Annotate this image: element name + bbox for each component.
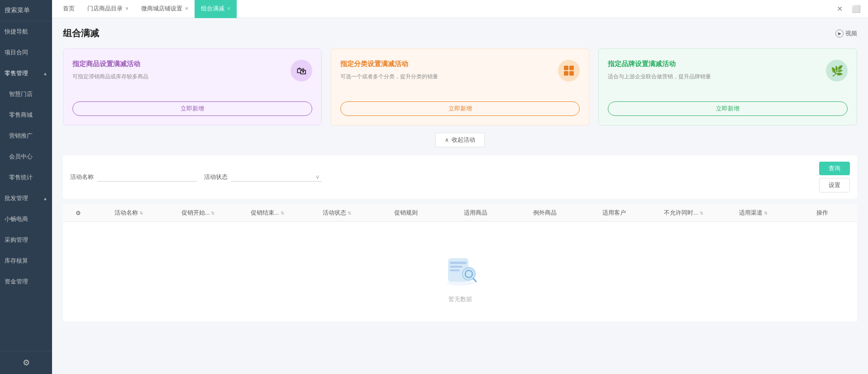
th-适用商品: 适用商品 — [441, 209, 510, 217]
svg-rect-6 — [569, 71, 574, 76]
chevron-up-icon: ∧ — [445, 137, 449, 143]
card-brand-icon: 🌿 — [826, 60, 848, 85]
card-category-add-button[interactable]: 立即新增 — [340, 101, 580, 116]
sidebar-search[interactable]: 搜索菜单 — [0, 0, 52, 21]
sort-icon: ⇅ — [211, 211, 215, 216]
card-product-title: 指定商品设置满减活动 — [72, 60, 312, 68]
video-link[interactable]: ▶ 视频 — [835, 29, 857, 38]
search-status-field: 活动状态 ∨ — [204, 173, 322, 182]
card-brand-title: 指定品牌设置满减活动 — [608, 60, 848, 68]
sidebar-settings[interactable]: ⚙ — [0, 351, 52, 374]
window-maximize-button[interactable]: ⬜ — [849, 4, 863, 14]
svg-text:🛍: 🛍 — [296, 65, 306, 77]
card-category: 指定分类设置满减活动 可选一个或者多个分类，提升分类的销量 立即新增 — [331, 48, 590, 125]
sidebar-item-营销推广[interactable]: 营销推广 — [0, 125, 52, 146]
tab-门店商品目录[interactable]: 门店商品目录 × — [81, 0, 135, 18]
svg-rect-13 — [450, 269, 460, 271]
setting-button[interactable]: 设置 — [819, 178, 850, 192]
play-icon: ▶ — [835, 29, 844, 38]
tab-组合满减[interactable]: 组合满减 × — [195, 0, 237, 18]
tab-close-组合满减[interactable]: × — [227, 5, 230, 12]
th-不允许同时[interactable]: 不允许同时... ⇅ — [649, 209, 718, 217]
svg-rect-3 — [564, 66, 568, 70]
search-actions: 查询 设置 — [819, 162, 850, 192]
card-product: 指定商品设置满减活动 🛍 可指定滞销商品或库存较多商品 立即新增 — [63, 48, 322, 125]
sidebar: 搜索菜单 快捷导航 项目合同 零售管理 ▲ 智慧门店 零售商城 营销推广 会员中… — [0, 0, 52, 374]
tab-close-微商城店铺设置[interactable]: × — [185, 5, 188, 12]
sidebar-item-批发管理[interactable]: 批发管理 ▲ — [0, 188, 52, 209]
window-close-button[interactable]: ✕ — [834, 4, 845, 14]
search-bar: 活动名称 活动状态 ∨ 查询 设置 — [63, 155, 857, 199]
th-活动状态[interactable]: 活动状态 ⇅ — [302, 209, 371, 217]
content-area: 组合满减 ▶ 视频 指定商品设置满减活动 🛍 可指定滞销商品或库存较多商品 立即… — [52, 18, 868, 374]
card-category-icon — [558, 60, 580, 85]
th-适用客户: 适用客户 — [580, 209, 649, 217]
sidebar-item-资金管理[interactable]: 资金管理 — [0, 271, 52, 292]
sidebar-item-零售统计[interactable]: 零售统计 — [0, 167, 52, 188]
card-category-desc: 可选一个或者多个分类，提升分类的销量 — [340, 73, 580, 94]
svg-rect-12 — [450, 266, 463, 268]
search-name-field: 活动名称 — [70, 173, 197, 182]
page-header: 组合满减 ▶ 视频 — [63, 27, 857, 39]
tabs-right-controls: ✕ ⬜ — [834, 4, 863, 14]
card-brand: 指定品牌设置满减活动 🌿 适合与上游企业联合做营销，提升品牌销量 立即新增 — [598, 48, 857, 125]
th-gear[interactable]: ⚙ — [63, 210, 94, 216]
svg-rect-5 — [564, 71, 568, 76]
chevron-up-icon: ▲ — [43, 71, 48, 76]
main-area: 首页 门店商品目录 × 微商城店铺设置 × 组合满减 × ✕ ⬜ 组合满减 ▶ … — [52, 0, 868, 374]
tab-微商城店铺设置[interactable]: 微商城店铺设置 × — [135, 0, 195, 18]
table-header: ⚙ 活动名称 ⇅ 促销开始... ⇅ 促销结束... ⇅ 活动状态 ⇅ — [63, 204, 857, 222]
query-button[interactable]: 查询 — [819, 162, 850, 175]
sidebar-item-采购管理[interactable]: 采购管理 — [0, 230, 52, 250]
card-product-add-button[interactable]: 立即新增 — [72, 101, 312, 116]
th-促销规则: 促销规则 — [372, 209, 441, 217]
svg-rect-11 — [450, 262, 467, 264]
sidebar-item-会员中心[interactable]: 会员中心 — [0, 146, 52, 167]
chevron-down-icon: ▲ — [43, 196, 48, 201]
th-促销开始[interactable]: 促销开始... ⇅ — [163, 209, 233, 217]
chevron-down-icon: ∨ — [315, 173, 320, 180]
sort-icon: ⇅ — [281, 211, 284, 216]
card-category-title: 指定分类设置满减活动 — [340, 60, 580, 68]
svg-rect-4 — [569, 66, 574, 70]
th-适用渠道[interactable]: 适用渠道 ⇅ — [718, 209, 787, 217]
sidebar-item-项目合同[interactable]: 项目合同 — [0, 42, 52, 63]
tab-首页[interactable]: 首页 — [57, 0, 81, 18]
search-status-label: 活动状态 — [204, 173, 228, 181]
empty-state: 暂无数据 — [63, 222, 857, 321]
gear-icon: ⚙ — [76, 210, 81, 216]
collapse-activity-button[interactable]: ∧ 收起活动 — [435, 133, 485, 147]
search-name-label: 活动名称 — [70, 173, 94, 181]
empty-text: 暂无数据 — [448, 295, 472, 303]
svg-line-16 — [473, 278, 476, 282]
card-product-icon: 🛍 — [291, 60, 312, 85]
sidebar-item-零售商城[interactable]: 零售商城 — [0, 105, 52, 125]
collapse-bar: ∧ 收起活动 — [63, 133, 857, 147]
th-促销结束[interactable]: 促销结束... ⇅ — [233, 209, 302, 217]
search-status-select[interactable]: ∨ — [231, 173, 322, 182]
th-活动名称[interactable]: 活动名称 ⇅ — [94, 209, 163, 217]
sort-icon: ⇅ — [348, 211, 351, 216]
cards-row: 指定商品设置满减活动 🛍 可指定滞销商品或库存较多商品 立即新增 指定分类设置满… — [63, 48, 857, 125]
sidebar-item-快捷导航[interactable]: 快捷导航 — [0, 21, 52, 42]
sort-icon: ⇅ — [700, 211, 703, 216]
card-product-desc: 可指定滞销商品或库存较多商品 — [72, 73, 312, 94]
empty-icon — [440, 249, 481, 290]
th-例外商品: 例外商品 — [510, 209, 579, 217]
svg-point-2 — [558, 60, 580, 82]
sort-icon: ⇅ — [764, 211, 768, 216]
sidebar-item-小畅电商[interactable]: 小畅电商 — [0, 209, 52, 230]
sidebar-item-零售管理[interactable]: 零售管理 ▲ — [0, 63, 52, 84]
search-name-input[interactable] — [97, 173, 197, 182]
sidebar-item-智慧门店[interactable]: 智慧门店 — [0, 84, 52, 105]
card-brand-desc: 适合与上游企业联合做营销，提升品牌销量 — [608, 73, 848, 94]
svg-text:🌿: 🌿 — [831, 65, 844, 77]
card-brand-add-button[interactable]: 立即新增 — [608, 101, 848, 116]
tabs-bar: 首页 门店商品目录 × 微商城店铺设置 × 组合满减 × ✕ ⬜ — [52, 0, 868, 18]
page-title: 组合满减 — [63, 27, 99, 39]
th-操作: 操作 — [788, 209, 857, 217]
tab-close-门店商品目录[interactable]: × — [125, 5, 129, 12]
sidebar-item-库存核算[interactable]: 库存核算 — [0, 250, 52, 271]
sort-icon: ⇅ — [139, 211, 143, 216]
gear-icon: ⚙ — [23, 358, 30, 368]
